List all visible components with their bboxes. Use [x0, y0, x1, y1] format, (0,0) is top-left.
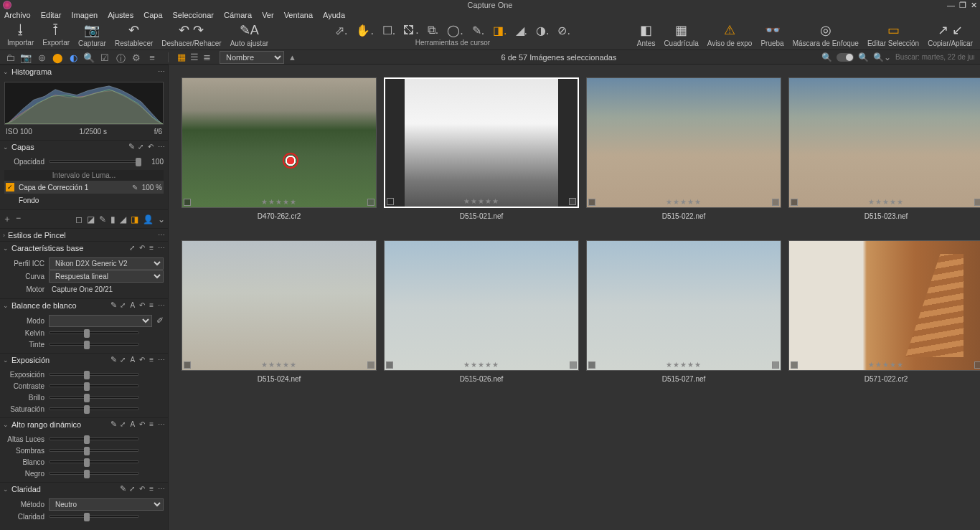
panel-menu-icon[interactable]: ⋯ — [158, 67, 165, 75]
variant-icon[interactable] — [570, 361, 577, 369]
layer-item[interactable]: ✓ Capa de Corrección 1 ✎ 100 % — [4, 181, 164, 194]
thumbnail-card[interactable]: ★★★★★D515-022.nef — [586, 77, 781, 220]
tab-refine-icon[interactable]: 🔍 — [83, 52, 95, 62]
mask-radial-icon[interactable]: ◨ — [131, 214, 138, 224]
undoredo-button[interactable]: ↶ ↷Deshacer/Rehacer — [161, 22, 221, 47]
menu-capa[interactable]: Capa — [143, 11, 162, 19]
add-layer-icon[interactable]: ＋ — [3, 213, 11, 225]
thumbnail-checkbox[interactable] — [791, 199, 798, 206]
zoom-icon[interactable]: 🔍 — [858, 52, 869, 62]
contrast-slider[interactable]: Contraste — [4, 380, 164, 392]
layer-item[interactable]: Fondo — [4, 194, 164, 207]
thumbnail-checkbox[interactable] — [387, 198, 394, 205]
panel-auto-icon[interactable]: A — [130, 420, 135, 428]
thumbnail-card[interactable]: ★★★★★D515-021.nef — [384, 77, 579, 220]
rating-stars[interactable]: ★★★★★ — [463, 197, 499, 205]
black-slider[interactable]: Negro — [4, 468, 164, 479]
brush-icon[interactable]: ✎ — [110, 355, 117, 364]
mask-linear-icon[interactable]: ◢ — [120, 214, 126, 224]
mask-fill-icon[interactable]: 👤 — [143, 214, 154, 224]
thumbnail-image[interactable]: ★★★★★ — [384, 240, 579, 371]
menu-ver[interactable]: Ver — [262, 11, 274, 19]
rating-stars[interactable]: ★★★★★ — [463, 361, 499, 369]
wb-mode-select[interactable] — [49, 315, 152, 327]
copy-apply-button[interactable]: ↗ ↙Copiar/Aplicar — [928, 22, 973, 47]
rating-stars[interactable]: ★★★★★ — [868, 198, 904, 206]
panel-preset-icon[interactable]: ≡ — [149, 244, 154, 252]
exposure-warning-button[interactable]: ⚠Aviso de expo — [707, 22, 753, 47]
brush-styles-panel-header[interactable]: › Estilos de Pincel ⋯ — [0, 228, 168, 241]
panel-undo-icon[interactable]: ↶ — [139, 356, 145, 364]
histogram-panel-header[interactable]: ⌄ Histograma ⋯ — [0, 65, 168, 77]
panel-menu-icon[interactable]: ⋯ — [158, 356, 165, 364]
thumbnail-card[interactable]: ★★★★★D515-024.nef — [182, 240, 377, 383]
thumbnail-card[interactable]: ★★★★★D470-262.cr2 — [182, 77, 377, 220]
variant-icon[interactable] — [772, 361, 779, 369]
clarity-method-select[interactable]: Neutro — [49, 498, 164, 511]
proof-button[interactable]: 👓Prueba — [760, 22, 783, 47]
panel-menu-icon[interactable]: ⋯ — [158, 301, 165, 309]
search-icon[interactable]: 🔍⌄ — [873, 52, 891, 62]
opacity-slider[interactable]: Opacidad 100 — [4, 156, 164, 167]
panel-expand-icon[interactable]: ⤢ — [138, 143, 143, 151]
panel-preset-icon[interactable]: ≡ — [149, 301, 154, 309]
saturation-slider[interactable]: Saturación — [4, 403, 164, 415]
panel-undo-icon[interactable]: ↶ — [139, 301, 145, 309]
view-filmstrip-icon[interactable]: ≣ — [203, 52, 211, 62]
exposure-panel-header[interactable]: ⌄ Exposición ✎ ⤢A↶≡⋯ — [0, 353, 168, 366]
rating-stars[interactable]: ★★★★★ — [261, 361, 297, 369]
panel-undo-icon[interactable]: ↶ — [139, 485, 145, 493]
sort-select[interactable]: Nombre — [220, 51, 284, 64]
panel-undo-icon[interactable]: ↶ — [148, 143, 154, 151]
white-slider[interactable]: Blanco — [4, 456, 164, 468]
variant-icon[interactable] — [974, 361, 980, 369]
thumbnail-checkbox[interactable] — [791, 361, 798, 369]
panel-preset-icon[interactable]: ≡ — [149, 485, 154, 493]
panel-preset-icon[interactable]: ≡ — [149, 356, 154, 364]
luma-range-button[interactable]: Intervalo de Luma... — [4, 170, 164, 181]
sort-direction-icon[interactable]: ▲ — [288, 53, 296, 62]
panel-menu-icon[interactable]: ⋯ — [158, 231, 165, 239]
base-characteristics-panel-header[interactable]: ⌄ Características base ⤢ ↶ ≡ ⋯ — [0, 241, 168, 254]
clarity-slider[interactable]: Claridad — [4, 511, 164, 522]
panel-copy-icon[interactable]: ⤢ — [129, 485, 135, 493]
mask-invert-icon[interactable]: ◪ — [87, 214, 95, 224]
cursor-radial-icon[interactable]: ◑. — [536, 24, 549, 37]
layers-panel-header[interactable]: ⌄ Capas ✎ ⤢ ↶ ⋯ — [0, 140, 168, 153]
tab-metadata-icon[interactable]: ⓘ — [115, 52, 126, 62]
layer-checkbox-icon[interactable]: ✓ — [6, 183, 14, 191]
tab-adjustments-icon[interactable]: ≡ — [146, 52, 158, 62]
mask-brush-icon[interactable]: ✎ — [99, 214, 106, 224]
icc-profile-select[interactable]: Nikon D2X Generic V2 — [49, 257, 164, 270]
thumbnail-image[interactable]: ★★★★★ — [384, 77, 579, 208]
cursor-eraser-icon[interactable]: ◨. — [493, 24, 507, 37]
white-balance-panel-header[interactable]: ⌄ Balance de blanco ✎ ⤢A↶≡⋯ — [0, 298, 168, 311]
panel-copy-icon[interactable]: ⤢ — [120, 420, 126, 428]
mask-feather-icon[interactable]: ⌄ — [158, 214, 165, 224]
tab-library-icon[interactable]: 🗀 — [4, 52, 16, 62]
cursor-straighten-icon[interactable]: ⛞. — [404, 24, 418, 37]
tint-slider[interactable]: Tinte — [4, 339, 164, 350]
variant-icon[interactable] — [569, 198, 576, 205]
wb-picker-icon[interactable]: ✐ — [156, 316, 164, 326]
brush-icon[interactable]: ✎ — [120, 484, 126, 493]
panel-menu-icon[interactable]: ⋯ — [158, 143, 165, 151]
panel-auto-icon[interactable]: A — [130, 301, 135, 309]
tab-styles-icon[interactable]: ☑ — [99, 52, 110, 62]
shadows-slider[interactable]: Sombras — [4, 445, 164, 456]
brush-icon[interactable]: ✎ — [128, 142, 135, 151]
panel-copy-icon[interactable]: ⤢ — [129, 244, 135, 252]
panel-copy-icon[interactable]: ⤢ — [120, 356, 126, 364]
thumbnail-checkbox[interactable] — [588, 199, 595, 206]
thumbnail-image[interactable]: ★★★★★ — [586, 77, 781, 208]
layer-mask-icon[interactable]: ✎ — [132, 184, 138, 191]
mask-luma-icon[interactable]: ◻ — [75, 214, 83, 224]
menu-camara[interactable]: Cámara — [224, 11, 252, 19]
rating-stars[interactable]: ★★★★★ — [868, 361, 904, 369]
thumbnail-checkbox[interactable] — [184, 199, 191, 206]
panel-menu-icon[interactable]: ⋯ — [158, 244, 165, 252]
tab-capture-icon[interactable]: 📷 — [20, 52, 32, 62]
variant-icon[interactable] — [367, 361, 374, 369]
tab-lens-icon[interactable]: ⊚ — [36, 52, 47, 62]
thumbnail-image[interactable]: ★★★★★ — [788, 240, 980, 371]
